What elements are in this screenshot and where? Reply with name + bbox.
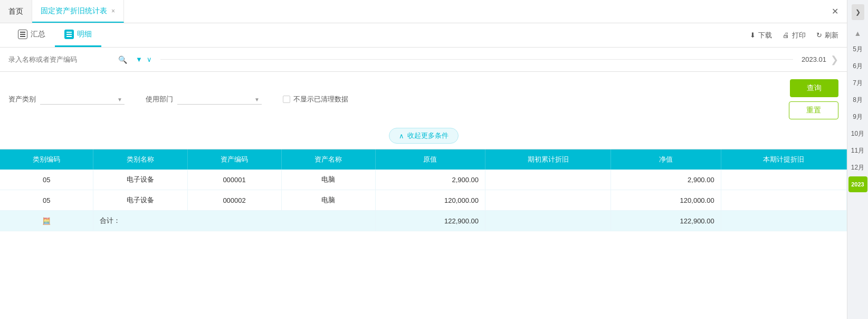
tab-close-icon[interactable]: × bbox=[111, 7, 115, 15]
sidebar-toggle-arrow[interactable]: ❯ bbox=[831, 54, 838, 65]
month-9[interactable]: 9月 bbox=[848, 109, 867, 125]
data-table: 类别编码 类别名称 资产编码 资产名称 原值 期初累计折旧 净值 本期计提折旧 … bbox=[0, 149, 847, 231]
tab-detail[interactable]: 明细 bbox=[55, 23, 101, 47]
collapse-row: ∧ 收起更多条件 bbox=[8, 125, 838, 144]
row2-current-depreciation bbox=[721, 190, 846, 211]
collapse-label: 收起更多条件 bbox=[407, 131, 449, 140]
summary-icon bbox=[18, 30, 27, 39]
dept-filter: 使用部门 ▼ bbox=[146, 94, 262, 105]
tab-bar: 首页 固定资产折旧统计表 × ✕ bbox=[0, 0, 847, 23]
search-icon[interactable]: 🔍 bbox=[118, 55, 127, 64]
month-10[interactable]: 10月 bbox=[848, 126, 867, 142]
row1-accumulated-depreciation bbox=[485, 170, 611, 190]
month-up-arrow[interactable]: ▲ bbox=[848, 26, 867, 40]
collapse-button[interactable]: ∧ 收起更多条件 bbox=[389, 128, 459, 144]
tab-home-label: 首页 bbox=[8, 7, 23, 16]
row2-accumulated-depreciation bbox=[485, 190, 611, 211]
total-icon-cell: 🧮 bbox=[0, 211, 93, 231]
row2-net-value: 120,000.00 bbox=[611, 190, 721, 211]
refresh-icon: ↻ bbox=[816, 31, 822, 39]
table-container: 类别编码 类别名称 资产编码 资产名称 原值 期初累计折旧 净值 本期计提折旧 … bbox=[0, 149, 847, 319]
chevron-down-icon: ∨ bbox=[147, 55, 152, 63]
col-asset-name: 资产名称 bbox=[281, 149, 375, 170]
filter-area: 资产类别 ▼ 使用部门 ▼ 不显示已清理数 bbox=[0, 72, 847, 149]
dept-select[interactable] bbox=[177, 94, 262, 105]
col-accumulated-depreciation: 期初累计折旧 bbox=[485, 149, 611, 170]
total-accumulated-depreciation bbox=[485, 211, 611, 231]
sub-tab-bar: 汇总 明细 ⬇ 下载 🖨 打印 ↻ 刷新 bbox=[0, 23, 847, 48]
print-icon: 🖨 bbox=[783, 31, 789, 39]
col-category-code: 类别编码 bbox=[0, 149, 93, 170]
month-6[interactable]: 6月 bbox=[848, 58, 867, 74]
query-button[interactable]: 查询 bbox=[790, 79, 838, 97]
year-2023[interactable]: 2023 bbox=[848, 176, 867, 192]
row1-category-code: 05 bbox=[0, 170, 93, 190]
row2-asset-code: 000002 bbox=[187, 190, 281, 211]
sidebar-collapse-arrow[interactable]: ❯ bbox=[852, 4, 864, 20]
row1-asset-code: 000001 bbox=[187, 170, 281, 190]
row2-category-name: 电子设备 bbox=[93, 190, 187, 211]
row1-original-value: 2,900.00 bbox=[375, 170, 485, 190]
row2-category-code: 05 bbox=[0, 190, 93, 211]
col-net-value: 净值 bbox=[611, 149, 721, 170]
month-8[interactable]: 8月 bbox=[848, 92, 867, 108]
table-row[interactable]: 05 电子设备 000001 电脑 2,900.00 2,900.00 bbox=[0, 170, 847, 190]
reset-button[interactable]: 重置 bbox=[789, 101, 838, 119]
month-5[interactable]: 5月 bbox=[848, 41, 867, 57]
download-button[interactable]: ⬇ 下载 bbox=[750, 31, 772, 40]
print-button[interactable]: 🖨 打印 bbox=[783, 31, 806, 40]
dept-label: 使用部门 bbox=[146, 95, 173, 104]
filter-row: 资产类别 ▼ 使用部门 ▼ 不显示已清理数 bbox=[8, 79, 838, 119]
hide-cleared-checkbox[interactable] bbox=[283, 96, 290, 103]
col-current-depreciation: 本期计提折旧 bbox=[721, 149, 846, 170]
more-conditions-button[interactable]: ▼ ∨ bbox=[136, 55, 152, 63]
tab-detail-label: 明细 bbox=[77, 30, 92, 39]
asset-type-filter: 资产类别 ▼ bbox=[8, 94, 125, 105]
filter-buttons: 查询 重置 bbox=[789, 79, 838, 119]
filter-icon: ▼ bbox=[136, 55, 142, 63]
total-net-value: 122,900.00 bbox=[611, 211, 721, 231]
svg-rect-5 bbox=[66, 36, 72, 37]
svg-rect-4 bbox=[66, 34, 72, 35]
tab-summary[interactable]: 汇总 bbox=[8, 23, 55, 47]
month-12[interactable]: 12月 bbox=[848, 160, 867, 175]
table-row[interactable]: 05 电子设备 000002 电脑 120,000.00 120,000.00 bbox=[0, 190, 847, 211]
col-asset-code: 资产编码 bbox=[187, 149, 281, 170]
divider bbox=[160, 59, 793, 60]
row2-original-value: 120,000.00 bbox=[375, 190, 485, 211]
total-current-depreciation bbox=[721, 211, 846, 231]
row1-asset-name: 电脑 bbox=[281, 170, 375, 190]
asset-type-select[interactable] bbox=[40, 94, 125, 105]
row2-asset-name: 电脑 bbox=[281, 190, 375, 211]
sub-tabs: 汇总 明细 bbox=[8, 23, 101, 47]
total-label: 合计： bbox=[93, 211, 375, 231]
search-input[interactable] bbox=[8, 55, 114, 63]
tab-summary-label: 汇总 bbox=[31, 30, 45, 39]
svg-rect-0 bbox=[20, 32, 25, 33]
calculator-icon: 🧮 bbox=[42, 217, 51, 225]
svg-rect-3 bbox=[66, 32, 72, 33]
hide-cleared-label: 不显示已清理数据 bbox=[293, 95, 348, 104]
window-close-button[interactable]: ✕ bbox=[823, 6, 847, 16]
right-sidebar: ❯ ▲ 5月 6月 7月 8月 9月 10月 11月 12月 2023 bbox=[847, 0, 868, 319]
date-label: 2023.01 bbox=[802, 55, 826, 63]
svg-rect-1 bbox=[20, 34, 25, 35]
row1-category-name: 电子设备 bbox=[93, 170, 187, 190]
tab-active-label: 固定资产折旧统计表 bbox=[41, 6, 107, 16]
col-original-value: 原值 bbox=[375, 149, 485, 170]
hide-cleared-group: 不显示已清理数据 bbox=[283, 95, 348, 104]
total-row: 🧮 合计： 122,900.00 122,900.00 bbox=[0, 211, 847, 231]
tab-home[interactable]: 首页 bbox=[0, 0, 32, 23]
month-11[interactable]: 11月 bbox=[848, 143, 867, 158]
table-header-row: 类别编码 类别名称 资产编码 资产名称 原值 期初累计折旧 净值 本期计提折旧 bbox=[0, 149, 847, 170]
print-label: 打印 bbox=[792, 31, 806, 40]
month-7[interactable]: 7月 bbox=[848, 75, 867, 91]
detail-icon bbox=[64, 30, 74, 39]
collapse-up-icon: ∧ bbox=[399, 132, 404, 140]
refresh-button[interactable]: ↻ 刷新 bbox=[816, 31, 838, 40]
col-category-name: 类别名称 bbox=[93, 149, 187, 170]
asset-type-label: 资产类别 bbox=[8, 95, 36, 104]
total-original-value: 122,900.00 bbox=[375, 211, 485, 231]
tab-active[interactable]: 固定资产折旧统计表 × bbox=[32, 0, 124, 23]
svg-rect-2 bbox=[20, 36, 25, 37]
